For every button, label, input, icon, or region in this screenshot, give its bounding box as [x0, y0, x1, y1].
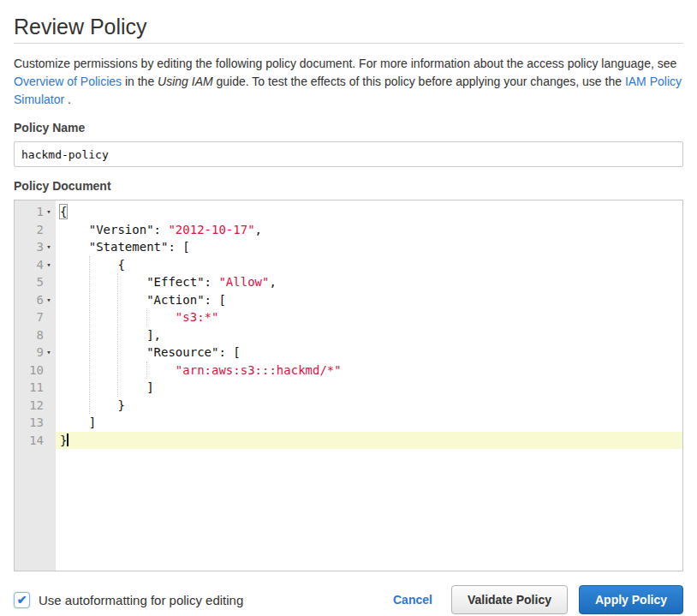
fold-arrow-icon[interactable]: ▾	[44, 291, 54, 309]
gutter-line-11: 11	[15, 379, 56, 397]
gutter-line-14: 14	[15, 432, 56, 450]
checkmark-icon: ✔	[17, 594, 27, 606]
using-iam-guide-name: Using IAM	[158, 75, 213, 88]
code-line-14[interactable]: }	[56, 432, 682, 450]
fold-arrow-icon[interactable]: ▾	[44, 344, 54, 362]
line-number: 9	[37, 344, 44, 362]
gutter-line-1: 1▾	[15, 203, 56, 221]
code-line-8[interactable]: ],	[56, 326, 682, 344]
json-token: ],	[60, 328, 161, 342]
policy-name-label: Policy Name	[14, 121, 683, 135]
gutter-line-9: 9▾	[15, 344, 56, 362]
editor-code-area[interactable]: { "Version": "2012-10-17", "Statement": …	[56, 200, 682, 571]
fold-arrow-icon[interactable]: ▾	[44, 238, 54, 256]
line-number: 5	[37, 273, 44, 291]
gutter-line-5: 5	[15, 273, 56, 291]
autoformat-label: Use autoformatting for policy editing	[39, 593, 243, 607]
fold-arrow-icon[interactable]: ▾	[44, 203, 54, 221]
text-cursor	[67, 434, 69, 446]
json-token: ,	[255, 223, 262, 236]
json-token: }	[60, 434, 67, 447]
json-token: ]	[60, 416, 96, 429]
code-line-11[interactable]: ]	[56, 379, 682, 397]
editor-gutter: 1▾23▾4▾56▾789▾1011121314	[15, 200, 56, 571]
code-line-5[interactable]: "Effect": "Allow",	[56, 273, 682, 291]
autoformat-checkbox[interactable]: ✔	[14, 592, 30, 608]
line-number: 7	[37, 308, 44, 326]
page-title: Review Policy	[14, 14, 683, 39]
code-line-1[interactable]: {	[56, 203, 682, 221]
code-line-2[interactable]: "Version": "2012-10-17",	[56, 221, 682, 239]
code-line-12[interactable]: }	[56, 397, 682, 415]
line-number: 10	[29, 362, 44, 380]
json-token: "Resource": [	[60, 345, 241, 359]
line-number: 1	[37, 203, 44, 221]
line-number: 4	[37, 256, 44, 274]
line-number: 6	[37, 291, 44, 309]
json-token	[60, 363, 176, 377]
code-line-10[interactable]: "arn:aws:s3:::hackmd/*"	[56, 362, 682, 380]
code-line-3[interactable]: "Statement": [	[56, 238, 682, 256]
gutter-line-13: 13	[15, 414, 56, 432]
json-token: {	[60, 258, 125, 272]
fold-arrow-icon[interactable]: ▾	[44, 256, 54, 274]
json-token: "Statement": [	[60, 240, 190, 254]
line-number: 8	[37, 326, 44, 344]
intro-paragraph: Customize permissions by editing the fol…	[14, 55, 683, 109]
json-string-token: "2012-10-17"	[168, 223, 254, 236]
title-divider	[14, 43, 683, 44]
code-line-7[interactable]: "s3:*"	[56, 308, 682, 326]
json-string-token: "arn:aws:s3:::hackmd/*"	[176, 363, 342, 377]
matched-bracket: {	[60, 205, 67, 218]
json-token	[60, 310, 176, 324]
gutter-line-3: 3▾	[15, 238, 56, 256]
json-token: ]	[60, 380, 154, 394]
code-line-6[interactable]: "Action": [	[56, 291, 682, 309]
gutter-line-4: 4▾	[15, 256, 56, 274]
code-line-4[interactable]: {	[56, 256, 682, 274]
review-policy-page: Review Policy Customize permissions by e…	[0, 0, 697, 616]
gutter-line-10: 10	[15, 362, 56, 380]
gutter-line-12: 12	[15, 397, 56, 415]
line-number: 13	[29, 414, 44, 432]
line-number: 11	[29, 379, 44, 397]
line-number: 14	[29, 432, 44, 450]
policy-document-editor[interactable]: 1▾23▾4▾56▾789▾1011121314 { "Version": "2…	[14, 200, 683, 571]
line-number: 2	[37, 221, 44, 239]
footer-bar: ✔ Use autoformatting for policy editing …	[14, 585, 683, 614]
json-token: "Version":	[60, 223, 168, 236]
autoformat-option[interactable]: ✔ Use autoformatting for policy editing	[14, 592, 243, 608]
gutter-line-2: 2	[15, 221, 56, 239]
json-token: }	[60, 398, 125, 412]
gutter-line-6: 6▾	[15, 291, 56, 309]
json-token: "Action": [	[60, 293, 226, 307]
validate-policy-button[interactable]: Validate Policy	[451, 585, 568, 614]
policy-document-label: Policy Document	[14, 179, 683, 193]
code-line-13[interactable]: ]	[56, 414, 682, 432]
apply-policy-button[interactable]: Apply Policy	[579, 585, 683, 614]
line-number: 12	[29, 397, 44, 415]
policy-name-input[interactable]	[14, 141, 683, 167]
gutter-line-7: 7	[15, 308, 56, 326]
action-buttons: Cancel Validate Policy Apply Policy	[393, 585, 683, 614]
json-token: "Effect":	[60, 275, 218, 289]
json-token: ,	[269, 275, 276, 289]
json-string-token: "Allow"	[218, 275, 269, 289]
code-line-9[interactable]: "Resource": [	[56, 344, 682, 362]
json-string-token: "s3:*"	[176, 310, 219, 324]
gutter-line-8: 8	[15, 326, 56, 344]
cancel-link[interactable]: Cancel	[393, 593, 432, 607]
overview-of-policies-link[interactable]: Overview of Policies	[14, 75, 122, 88]
line-number: 3	[37, 238, 44, 256]
